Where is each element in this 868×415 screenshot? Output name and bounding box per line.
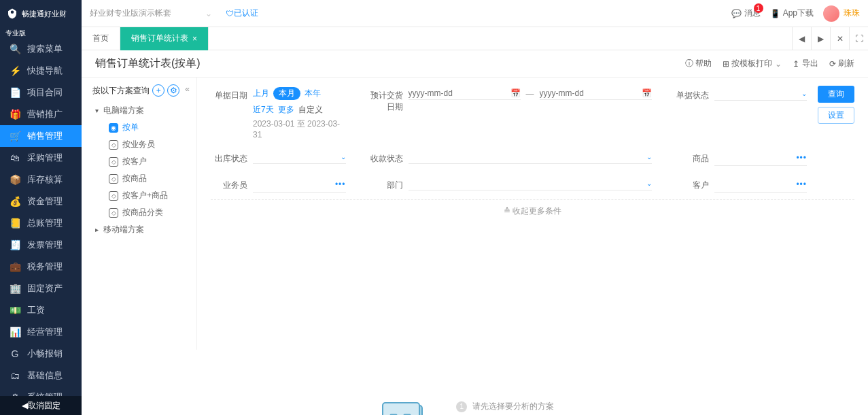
nav-label: 基础信息 (27, 369, 63, 382)
nav-label: 小畅报销 (27, 348, 63, 360)
add-scheme-button[interactable]: + (152, 84, 164, 97)
leaf-label: 按业务员 (122, 139, 155, 150)
department-select[interactable]: ⌄ (409, 177, 652, 190)
tree-leaf[interactable]: ◇按客户 (82, 153, 196, 170)
quick-last-month[interactable]: 上月 (253, 88, 269, 99)
filter-doc-date: 单据日期 上月 本月 本年 近7天 更多 自定义 2023-03-01 至 20… (211, 87, 346, 139)
company-select[interactable]: 好业财专业版演示帐套 ⌄ (90, 7, 212, 19)
nav-item-money[interactable]: 💰资金管理 (0, 190, 82, 212)
app-download-link[interactable]: 📱 App下载 (770, 7, 814, 19)
tab-prev[interactable]: ◀ (792, 27, 811, 50)
filter-doc-status: 单据状态 ⌄ (672, 87, 808, 139)
nav-item-invoice[interactable]: 🧾发票管理 (0, 234, 82, 256)
messages-link[interactable]: 💬 消息 1 (731, 7, 761, 19)
leaf-label: 按客户 (122, 156, 147, 167)
query-button[interactable]: 查询 (818, 86, 854, 103)
step-badge: 1 (456, 401, 467, 412)
nav-item-base[interactable]: 🗂基础信息 (0, 365, 82, 386)
scheme-title: 按以下方案查询 (92, 85, 150, 97)
nav-item-doc[interactable]: 📄项目合同 (0, 82, 82, 103)
customer-picker[interactable]: ••• (714, 177, 808, 193)
tree-group[interactable]: ▾电脑端方案 (82, 102, 196, 119)
salesperson-picker[interactable]: ••• (253, 177, 346, 193)
leaf-label: 按客户+商品 (122, 190, 168, 201)
nav-item-gift[interactable]: 🎁营销推广 (0, 103, 82, 125)
nav-item-box[interactable]: 📦库存核算 (0, 169, 82, 190)
export-button[interactable]: ↥ 导出 (793, 58, 818, 69)
nav-item-sys[interactable]: ⚙系统管理 (0, 386, 82, 396)
nav-item-biz[interactable]: 📊经营管理 (0, 321, 82, 343)
pin-icon: ◀ (22, 401, 28, 410)
date-input[interactable] (540, 88, 642, 98)
collapse-conditions[interactable]: ≙ 收起更多条件 (211, 199, 854, 222)
tree-leaf[interactable]: ◇按商品 (82, 170, 196, 187)
filter-receipt-status: 收款状态 ⌄ (366, 150, 652, 166)
leaf-icon: ◇ (109, 157, 118, 167)
caret-icon: ▾ (95, 107, 103, 114)
invoice-icon: 🧾 (10, 239, 20, 250)
chevron-down-icon: ⌄ (646, 180, 652, 187)
quick-this-month[interactable]: 本月 (273, 87, 300, 100)
doc-icon: 📄 (10, 87, 20, 98)
nav-item-g[interactable]: G小畅报销 (0, 343, 82, 365)
tree-leaf[interactable]: ◇按客户+商品 (82, 187, 196, 204)
print-template-button[interactable]: ⊞ 按模板打印⌄ (723, 58, 782, 69)
delivery-date-start[interactable]: 📅 (409, 87, 521, 100)
tree-leaf[interactable]: ◇按业务员 (82, 136, 196, 153)
leaf-label: 按单 (122, 122, 139, 133)
fullscreen-toggle[interactable]: ⛶ (849, 27, 868, 50)
quick-more[interactable]: 更多 (278, 104, 294, 116)
nav-label: 库存核算 (27, 173, 63, 186)
date-input[interactable] (409, 88, 510, 98)
nav-item-cart[interactable]: 🛒销售管理 (0, 125, 82, 147)
user-menu[interactable]: 珠珠 (823, 5, 860, 22)
nav-item-lightning[interactable]: ⚡快捷导航 (0, 60, 82, 82)
receipt-status-select[interactable]: ⌄ (409, 150, 652, 164)
pin-toggle[interactable]: ◀ 取消固定 (0, 396, 82, 415)
tree-leaf[interactable]: ◉按单 (82, 119, 196, 136)
tab-next[interactable]: ▶ (811, 27, 830, 50)
nav-label: 工资 (27, 304, 45, 316)
tab-home[interactable]: 首页 (82, 27, 120, 50)
filter-label: 商品 (672, 150, 714, 165)
quick-7days[interactable]: 近7天 (253, 104, 274, 116)
doc-status-select[interactable]: ⌄ (714, 87, 808, 101)
logo-text: 畅捷通好业财 (22, 9, 67, 19)
nav-item-tax[interactable]: 💼税务管理 (0, 256, 82, 278)
nav-item-asset[interactable]: 🏢固定资产 (0, 278, 82, 299)
leaf-icon: ◇ (109, 174, 118, 184)
nav-label: 发票管理 (27, 239, 63, 251)
filter-label: 客户 (672, 177, 714, 191)
calendar-icon: 📅 (510, 88, 521, 98)
help-icon: ⓘ (685, 58, 695, 69)
filter-outbound-status: 出库状态 ⌄ (211, 150, 346, 166)
box-icon: 📦 (10, 174, 20, 185)
tab-sales-order-stats[interactable]: 销售订单统计表 × (120, 27, 209, 50)
nav-item-salary[interactable]: 💵工资 (0, 299, 82, 321)
delivery-date-end[interactable]: 📅 (540, 87, 652, 100)
settings-button[interactable]: 设置 (818, 107, 854, 124)
nav-item-cart2[interactable]: 🛍采购管理 (0, 147, 82, 169)
outbound-status-select[interactable]: ⌄ (253, 150, 346, 164)
nav-label: 总账管理 (27, 217, 63, 229)
tree-group[interactable]: ▸移动端方案 (82, 221, 196, 238)
tree-leaf[interactable]: ◇按商品分类 (82, 204, 196, 221)
export-label: 导出 (802, 58, 818, 69)
product-picker[interactable]: ••• (714, 150, 808, 166)
verified-badge[interactable]: 🛡 已认证 (226, 7, 258, 19)
filter-customer: 客户 ••• (672, 177, 808, 193)
message-icon: 💬 (731, 9, 742, 18)
help-link[interactable]: ⓘ 帮助 (685, 58, 712, 69)
quick-this-year[interactable]: 本年 (305, 88, 321, 99)
scheme-settings-button[interactable]: ⚙ (167, 84, 179, 97)
filter-product: 商品 ••• (672, 150, 808, 166)
collapse-panel-button[interactable]: « (185, 84, 190, 97)
tab-close-all[interactable]: ✕ (830, 27, 849, 50)
refresh-button[interactable]: ⟳ 刷新 (829, 58, 854, 69)
nav-item-ledger[interactable]: 📒总账管理 (0, 212, 82, 234)
close-icon[interactable]: × (192, 34, 197, 44)
nav-item-search[interactable]: 🔍搜索菜单 (0, 38, 82, 60)
quick-custom[interactable]: 自定义 (298, 104, 323, 116)
empty-hints: 1 请先选择要分析的方案 2 用[过滤]条件来缩小分析范围 (456, 401, 575, 415)
hint-text: 请先选择要分析的方案 (472, 401, 554, 412)
